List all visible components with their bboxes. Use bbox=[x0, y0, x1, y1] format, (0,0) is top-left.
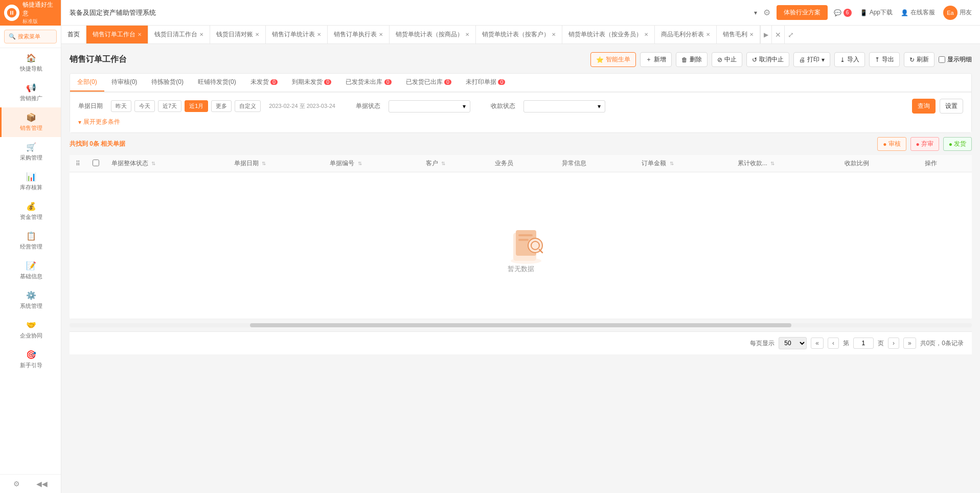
export-button[interactable]: ⤒ 导出 bbox=[869, 52, 900, 67]
sidebar-item-system[interactable]: ⚙️ 系统管理 bbox=[0, 285, 61, 315]
prev-page-button[interactable]: ‹ bbox=[828, 338, 839, 349]
tab-goods-stat-close[interactable]: ✕ bbox=[465, 32, 469, 37]
sidebar-item-cooperation[interactable]: 🤝 企业协同 bbox=[0, 315, 61, 345]
per-page-label: 每页显示 bbox=[750, 339, 774, 348]
collapse-sidebar-button[interactable]: ◀◀ bbox=[36, 480, 48, 488]
user-profile-button[interactable]: Ea 用友 bbox=[943, 6, 972, 20]
sidebar-item-finance[interactable]: 💰 资金管理 bbox=[0, 196, 61, 226]
tab-staff-stat[interactable]: 销货单统计表（按业务员） ✕ bbox=[562, 26, 655, 44]
sub-tab-shipped-not-out[interactable]: 已发货未出库 0 bbox=[338, 74, 398, 92]
delete-button[interactable]: 🗑 删除 bbox=[676, 52, 708, 67]
system-icon: ⚙️ bbox=[26, 290, 36, 300]
sub-tab-shipped-out[interactable]: 已发货已出库 0 bbox=[399, 74, 459, 92]
date-more-button[interactable]: 更多 bbox=[211, 100, 232, 112]
total-records-label: 共0页，0条记录 bbox=[920, 339, 964, 348]
sub-tab-pending-audit[interactable]: 待审核(0) bbox=[104, 74, 145, 92]
message-button[interactable]: 💬 6 bbox=[834, 9, 852, 17]
trial-plan-button[interactable]: 体验行业方案 bbox=[777, 5, 828, 20]
tab-sales-stat-close[interactable]: ✕ bbox=[317, 32, 321, 37]
th-number[interactable]: 单据编号 ⇅ bbox=[324, 155, 420, 172]
setting-button[interactable]: 设置 bbox=[940, 99, 963, 114]
settings-bottom-button[interactable]: ⚙ bbox=[13, 480, 20, 488]
tab-sales-order-close[interactable]: ✕ bbox=[138, 32, 142, 37]
expand-conditions-button[interactable]: ▾ 展开更多条件 bbox=[78, 118, 963, 126]
sidebar-item-sales[interactable]: 📦 销售管理 bbox=[0, 107, 61, 137]
stop-button[interactable]: ⊘ 中止 bbox=[712, 52, 742, 67]
sub-tab-not-shipped[interactable]: 未发货 0 bbox=[243, 74, 285, 92]
tab-daily-reconcile[interactable]: 钱货日清对账 ✕ bbox=[210, 26, 266, 44]
refresh-button[interactable]: ↻ 刷新 bbox=[904, 52, 935, 67]
search-menu-button[interactable]: 🔍 搜索菜单 bbox=[4, 30, 57, 43]
sidebar-item-business[interactable]: 📋 经营管理 bbox=[0, 226, 61, 256]
tabs-close-all-button[interactable]: ✕ bbox=[771, 26, 784, 44]
first-page-button[interactable]: « bbox=[811, 338, 824, 349]
th-checkbox[interactable] bbox=[86, 155, 105, 172]
tab-goods-stat[interactable]: 销货单统计表（按商品） ✕ bbox=[390, 26, 476, 44]
th-date[interactable]: 单据日期 ⇅ bbox=[228, 155, 324, 172]
tabs-next-button[interactable]: ▶ bbox=[760, 26, 771, 44]
show-detail-checkbox[interactable]: 显示明细 bbox=[939, 55, 972, 64]
sidebar-item-inventory[interactable]: 📊 库存核算 bbox=[0, 167, 61, 196]
date-yesterday-button[interactable]: 昨天 bbox=[111, 100, 131, 112]
smart-create-button[interactable]: ⭐ 智能生单 bbox=[590, 52, 636, 67]
last-page-button[interactable]: » bbox=[903, 338, 916, 349]
th-status[interactable]: 单据整体状态 ⇅ bbox=[105, 155, 228, 172]
page-number-input[interactable] bbox=[853, 338, 874, 349]
sidebar-item-basic[interactable]: 📝 基础信息 bbox=[0, 256, 61, 285]
sidebar-item-purchase[interactable]: 🛒 采购管理 bbox=[0, 137, 61, 167]
gear-icon[interactable]: ⚙ bbox=[763, 8, 770, 17]
sub-tab-all[interactable]: 全部(0) bbox=[70, 74, 104, 92]
print-button[interactable]: 🖨 打印 ▾ bbox=[793, 52, 830, 67]
ship-button[interactable]: ● 发货 bbox=[943, 137, 972, 151]
tabs-maximize-button[interactable]: ⤢ bbox=[784, 26, 797, 44]
show-detail-input[interactable] bbox=[939, 56, 945, 63]
sub-tab-pending-check[interactable]: 待拣验货(0) bbox=[144, 74, 191, 92]
tab-daily-clear-close[interactable]: ✕ bbox=[199, 32, 203, 37]
select-all-checkbox[interactable] bbox=[93, 160, 99, 166]
audit-button[interactable]: ● 审核 bbox=[877, 137, 906, 151]
tab-staff-stat-close[interactable]: ✕ bbox=[644, 32, 648, 37]
tab-daily-clear[interactable]: 钱货日清工作台 ✕ bbox=[148, 26, 210, 44]
system-dropdown[interactable]: ▾ bbox=[754, 9, 757, 16]
date-custom-button[interactable]: 自定义 bbox=[235, 100, 261, 112]
tab-sales-order[interactable]: 销售订单工作台 ✕ bbox=[86, 26, 148, 44]
cancel-stop-button[interactable]: ↺ 取消中止 bbox=[746, 52, 789, 67]
query-button[interactable]: 查询 bbox=[912, 99, 936, 114]
status-filter-select[interactable]: ▾ bbox=[389, 100, 470, 113]
scrollbar-thumb[interactable] bbox=[250, 323, 791, 327]
per-page-select[interactable]: 10 20 50 100 bbox=[779, 337, 807, 349]
import-button[interactable]: ⤓ 导入 bbox=[834, 52, 865, 67]
app-download-button[interactable]: 📱 App下载 bbox=[860, 8, 893, 17]
tab-sales-exec-close[interactable]: ✕ bbox=[379, 32, 383, 37]
tab-margin-stat[interactable]: 商品毛利分析表 ✕ bbox=[655, 26, 717, 44]
sub-tab-expired[interactable]: 到期未发货 0 bbox=[285, 74, 338, 92]
tab-sales-margin[interactable]: 销售毛利 ✕ bbox=[717, 26, 760, 44]
date-today-button[interactable]: 今天 bbox=[134, 100, 155, 112]
sub-tab-not-printed[interactable]: 未打印单据 0 bbox=[459, 74, 512, 92]
tab-home[interactable]: 首页 bbox=[61, 26, 86, 44]
abandon-button[interactable]: ● 弃审 bbox=[910, 137, 939, 151]
tab-customer-stat[interactable]: 销货单统计表（按客户） ✕ bbox=[476, 26, 562, 44]
date-1month-button[interactable]: 近1月 bbox=[185, 100, 208, 112]
tab-margin-stat-close[interactable]: ✕ bbox=[706, 32, 710, 37]
add-button[interactable]: ＋ 新增 bbox=[640, 52, 672, 67]
sub-tab-shop-pending[interactable]: 旺铺待发货(0) bbox=[191, 74, 243, 92]
next-page-button[interactable]: › bbox=[888, 338, 899, 349]
tab-sales-exec[interactable]: 销售订单执行表 ✕ bbox=[328, 26, 390, 44]
sidebar-item-guide[interactable]: 🎯 新手引导 bbox=[0, 345, 61, 374]
tab-sales-margin-close[interactable]: ✕ bbox=[749, 32, 754, 37]
date-7days-button[interactable]: 近7天 bbox=[158, 100, 181, 112]
tab-customer-stat-close[interactable]: ✕ bbox=[552, 32, 556, 37]
th-customer[interactable]: 客户 ⇅ bbox=[420, 155, 489, 172]
stop-icon: ⊘ bbox=[717, 56, 722, 63]
th-received[interactable]: 累计收款... ⇅ bbox=[732, 155, 838, 172]
th-amount[interactable]: 订单金额 ⇅ bbox=[635, 155, 732, 172]
payment-filter-select[interactable]: ▾ bbox=[523, 100, 605, 113]
tab-daily-reconcile-close[interactable]: ✕ bbox=[255, 32, 259, 37]
date-filter-label: 单据日期 bbox=[78, 102, 103, 110]
online-service-button[interactable]: 👤 在线客服 bbox=[901, 8, 935, 17]
sidebar-item-marketing[interactable]: 📢 营销推广 bbox=[0, 78, 61, 107]
sidebar-item-label: 系统管理 bbox=[20, 302, 42, 310]
sidebar-item-quick-nav[interactable]: 🏠 快捷导航 bbox=[0, 48, 61, 78]
tab-sales-stat[interactable]: 销售订单统计表 ✕ bbox=[266, 26, 328, 44]
